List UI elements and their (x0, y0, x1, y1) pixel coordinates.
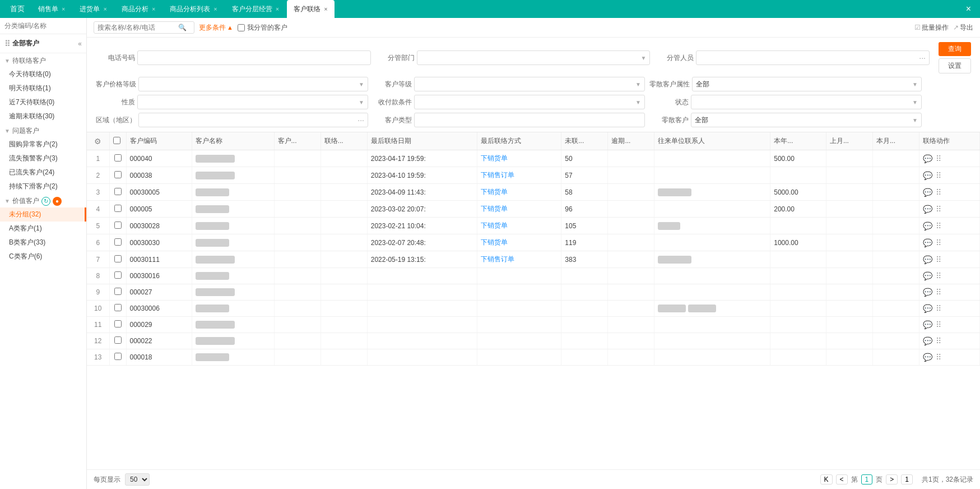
col-contact-person[interactable]: 往来单位联系人 (654, 132, 770, 150)
sidebar-item-hoarding[interactable]: 囤购异常客户(2) (0, 137, 86, 151)
grid-icon[interactable]: ⠿ (936, 205, 941, 214)
sidebar-item-today-contact[interactable]: 今天待联络(0) (0, 67, 86, 81)
tab-product-analysis[interactable]: 商品分析 × (115, 0, 162, 18)
col-not-contacted[interactable]: 未联... (561, 132, 608, 150)
col-name[interactable]: 客户名称 (192, 132, 274, 150)
sidebar-item-class-c[interactable]: C类客户(6) (0, 250, 86, 264)
grid-icon[interactable]: ⠿ (936, 320, 941, 329)
tab-product-analysis-list[interactable]: 商品分析列表 × (163, 0, 224, 18)
close-product-analysis-icon[interactable]: × (152, 6, 155, 12)
chat-icon[interactable]: 💬 (923, 320, 932, 329)
sidebar-item-churn-warning[interactable]: 流失预警客户(3) (0, 151, 86, 165)
col-last-month[interactable]: 上月... (826, 132, 872, 150)
chat-icon[interactable]: 💬 (923, 304, 932, 313)
contact-method-link[interactable]: 下销货单 (481, 205, 508, 213)
grid-icon[interactable]: ⠿ (936, 288, 941, 297)
page-size-select[interactable]: 50 (125, 473, 150, 486)
filter-region-input[interactable]: ··· (138, 113, 368, 127)
chat-icon[interactable]: 💬 (923, 288, 932, 297)
chat-icon[interactable]: 💬 (923, 154, 932, 163)
all-customers-item[interactable]: ⠿ 全部客户 « (0, 34, 86, 53)
col-this-month[interactable]: 本月... (873, 132, 919, 150)
grid-icon[interactable]: ⠿ (936, 238, 941, 247)
contact-method-link[interactable]: 下销货单 (481, 222, 508, 229)
row-checkbox[interactable] (114, 188, 122, 195)
grid-icon[interactable]: ⠿ (936, 222, 941, 230)
filter-manager-input[interactable]: ··· (696, 50, 930, 65)
close-product-analysis-list-icon[interactable]: × (213, 6, 217, 12)
col-last-contact-method[interactable]: 最后联络方式 (477, 132, 561, 150)
filter-dept-select[interactable]: ▼ (417, 50, 651, 65)
close-customer-tier-icon[interactable]: × (276, 6, 279, 12)
chat-icon[interactable]: 💬 (923, 271, 932, 280)
filter-customer-type-input[interactable] (414, 113, 645, 127)
prev-page-btn[interactable]: < (836, 474, 848, 485)
row-checkbox[interactable] (114, 353, 122, 360)
row-checkbox[interactable] (114, 171, 122, 178)
grid-icon[interactable]: ⠿ (936, 255, 941, 264)
grid-icon[interactable]: ⠿ (936, 271, 941, 280)
row-checkbox[interactable] (114, 336, 122, 344)
row-checkbox[interactable] (114, 222, 122, 229)
tab-purchase-order[interactable]: 进货单 × (73, 0, 113, 18)
chat-icon[interactable]: 💬 (923, 238, 932, 247)
row-checkbox[interactable] (114, 271, 122, 279)
filter-manager-dots[interactable]: ··· (919, 53, 926, 62)
filter-retail-customer-select[interactable]: 全部 ▼ (691, 113, 922, 127)
tab-sales-order[interactable]: 销售单 × (31, 0, 72, 18)
sidebar-item-overdue-contact[interactable]: 逾期未联络(30) (0, 109, 86, 123)
close-sales-order-icon[interactable]: × (62, 6, 65, 12)
chat-icon[interactable]: 💬 (923, 336, 932, 345)
export-btn[interactable]: ↗ 导出 (953, 23, 973, 33)
tab-customer-tier[interactable]: 客户分层经营 × (225, 0, 286, 18)
sidebar-item-tomorrow-contact[interactable]: 明天待联络(1) (0, 81, 86, 95)
sidebar-item-class-a[interactable]: A类客户(1) (0, 222, 86, 236)
chat-icon[interactable]: 💬 (923, 205, 932, 214)
reset-button[interactable]: 设置 (939, 58, 971, 73)
contact-method-link[interactable]: 下销货单 (481, 154, 508, 162)
row-checkbox[interactable] (114, 320, 122, 327)
row-checkbox[interactable] (114, 288, 122, 295)
sidebar-item-churned[interactable]: 已流失客户(24) (0, 165, 86, 179)
grid-icon[interactable]: ⠿ (936, 336, 941, 345)
row-checkbox[interactable] (114, 205, 122, 212)
search-button[interactable]: 查询 (939, 42, 971, 56)
sidebar-collapse-icon[interactable]: « (78, 40, 82, 48)
sidebar-item-unclassified[interactable]: 未分组(32) (0, 207, 86, 222)
filter-payment-select[interactable]: ▼ (414, 95, 645, 109)
chat-icon[interactable]: 💬 (923, 222, 932, 230)
more-conditions-btn[interactable]: 更多条件 ▲ (199, 23, 233, 33)
grid-icon[interactable]: ⠿ (936, 188, 941, 197)
search-input[interactable] (97, 24, 176, 31)
grid-icon[interactable]: ⠿ (936, 304, 941, 313)
sidebar-item-declining[interactable]: 持续下滑客户(2) (0, 179, 86, 193)
grid-icon[interactable]: ⠿ (936, 171, 941, 180)
global-close-icon[interactable]: × (962, 4, 976, 14)
col-last-contact-date[interactable]: 最后联络日期 (367, 132, 477, 150)
close-customer-contact-icon[interactable]: × (324, 6, 327, 12)
contact-method-link[interactable]: 下销货单 (481, 238, 508, 246)
close-purchase-order-icon[interactable]: × (103, 6, 106, 12)
batch-operation-btn[interactable]: ☑ 批量操作 (914, 23, 949, 33)
filter-customer-level-select[interactable]: ▼ (414, 77, 645, 91)
filter-status-select[interactable]: ▼ (691, 95, 922, 109)
col-type[interactable]: 客户... (274, 132, 321, 150)
row-checkbox[interactable] (114, 154, 122, 162)
row-checkbox[interactable] (114, 304, 122, 311)
col-code[interactable]: 客户编码 (126, 132, 192, 150)
next-page-btn[interactable]: > (886, 474, 898, 485)
col-this-year[interactable]: 本年... (770, 132, 826, 150)
filter-price-level-select[interactable]: ▼ (138, 77, 368, 91)
filter-region-dots[interactable]: ··· (357, 116, 364, 124)
contact-method-link[interactable]: 下销售订单 (481, 171, 514, 179)
select-all-checkbox[interactable] (113, 137, 120, 144)
sidebar-item-7days-contact[interactable]: 近7天待联络(0) (0, 95, 86, 109)
filter-nature-select[interactable]: ▼ (137, 95, 368, 109)
chat-icon[interactable]: 💬 (923, 255, 932, 264)
refresh-icon[interactable]: ↻ (41, 197, 50, 206)
col-overdue[interactable]: 逾期... (608, 132, 654, 150)
col-contact[interactable]: 联络... (321, 132, 367, 150)
sidebar-search-input[interactable] (4, 22, 87, 30)
filter-phone-input[interactable] (137, 50, 371, 65)
chat-icon[interactable]: 💬 (923, 188, 932, 197)
